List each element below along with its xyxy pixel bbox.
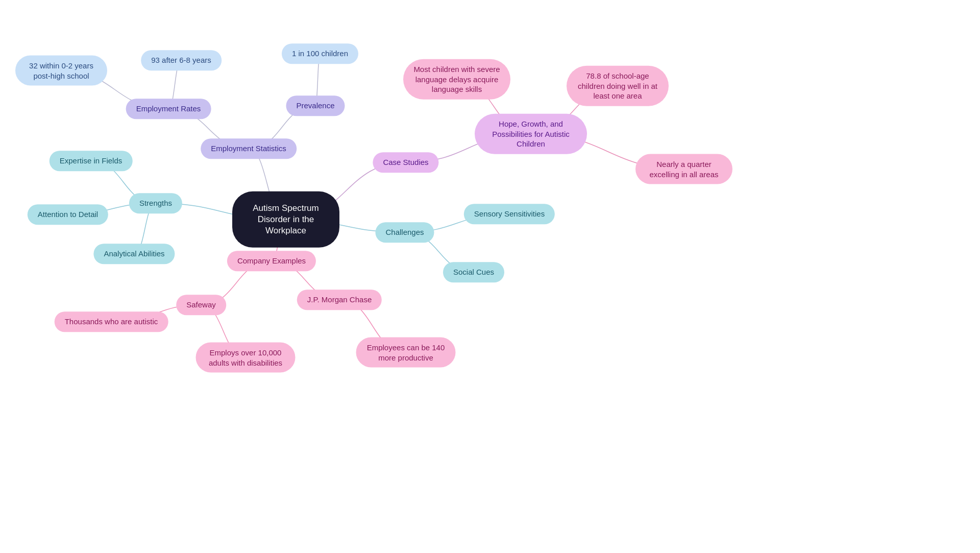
mind-map: Autism Spectrum Disorder in the Workplac…	[0, 0, 980, 553]
node-jp-morgan[interactable]: J.P. Morgan Chase	[297, 290, 382, 310]
node-employs-10000[interactable]: Employs over 10,000 adults with disabili…	[196, 343, 296, 373]
node-expertise[interactable]: Expertise in Fields	[50, 151, 133, 171]
center-node[interactable]: Autism Spectrum Disorder in the Workplac…	[232, 191, 339, 248]
node-social-cues[interactable]: Social Cues	[443, 262, 504, 282]
node-rate-32[interactable]: 32 within 0-2 years post-high school	[15, 56, 107, 86]
node-company-examples[interactable]: Company Examples	[227, 251, 316, 271]
node-thousands[interactable]: Thousands who are autistic	[55, 311, 168, 332]
node-employment-statistics[interactable]: Employment Statistics	[201, 138, 297, 159]
node-school-age[interactable]: 78.8 of school-age children doing well i…	[567, 66, 669, 106]
node-nearly-quarter[interactable]: Nearly a quarter excelling in all areas	[635, 154, 732, 184]
node-safeway[interactable]: Safeway	[176, 295, 226, 315]
node-language-delays[interactable]: Most children with severe language delay…	[403, 59, 510, 100]
node-prevalence[interactable]: Prevalence	[286, 95, 345, 116]
node-analytical[interactable]: Analytical Abilities	[93, 244, 175, 264]
node-rate-93[interactable]: 93 after 6-8 years	[141, 50, 222, 70]
node-prev-1in100[interactable]: 1 in 100 children	[282, 43, 358, 64]
node-hope-growth[interactable]: Hope, Growth, and Possibilities for Auti…	[475, 114, 587, 154]
node-case-studies[interactable]: Case Studies	[373, 152, 438, 173]
node-strengths[interactable]: Strengths	[129, 193, 182, 213]
node-challenges[interactable]: Challenges	[375, 222, 434, 243]
node-employees-140[interactable]: Employees can be 140 more productive	[356, 338, 456, 368]
node-attention[interactable]: Attention to Detail	[28, 204, 108, 225]
node-sensory[interactable]: Sensory Sensitivities	[464, 204, 555, 224]
node-employment-rates[interactable]: Employment Rates	[126, 99, 211, 119]
